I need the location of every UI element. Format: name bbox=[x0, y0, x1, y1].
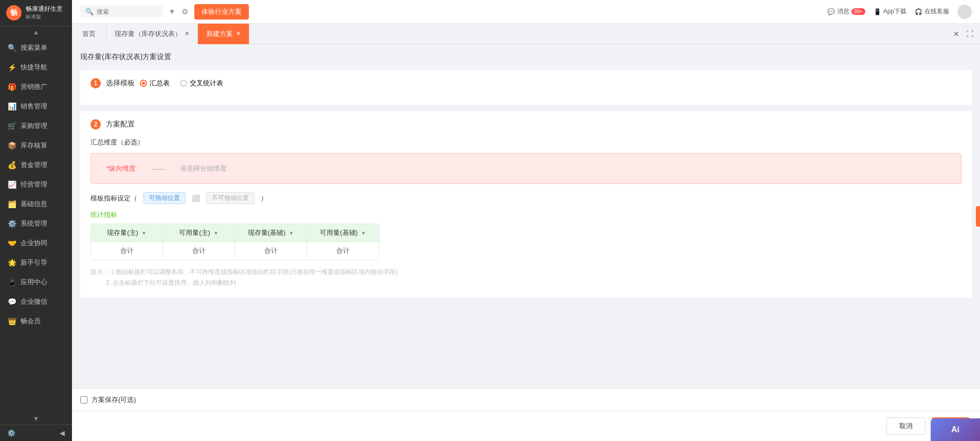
industry-btn[interactable]: 体验行业方案 bbox=[194, 4, 249, 20]
app-name: 畅康通好生意 bbox=[26, 5, 63, 13]
sidebar-item-apps[interactable]: 📱 应用中心 bbox=[0, 272, 72, 292]
sidebar-scroll-down[interactable]: ▼ bbox=[0, 413, 72, 425]
sales-icon: 📊 bbox=[7, 102, 16, 111]
search-input[interactable] bbox=[97, 8, 158, 15]
online-service-btn[interactable]: 🎧 在线客服 bbox=[915, 7, 949, 16]
inventory-icon: 📦 bbox=[7, 141, 16, 150]
window-close-btn[interactable]: ✕ bbox=[950, 28, 963, 40]
stats-col3-summary: 合计 bbox=[264, 246, 278, 255]
sidebar-item-purchase[interactable]: 🛒 采购管理 bbox=[0, 116, 72, 136]
sidebar-collapse-icon[interactable]: ◀ bbox=[60, 429, 65, 437]
non-draggable-tag: 不可拖动位置 bbox=[206, 192, 255, 204]
sidebar-item-label-coop: 企业协同 bbox=[21, 238, 47, 248]
stats-col4-data: 合计 bbox=[307, 242, 379, 260]
tab-new-scheme-close[interactable]: ✕ bbox=[236, 30, 241, 37]
summary-dimension-label: 汇总维度（必选） bbox=[90, 138, 961, 147]
stats-col4-header[interactable]: 可用量(基辅) ▼ bbox=[307, 224, 379, 242]
app-name-group: 畅康通好生意 标准版 bbox=[26, 5, 63, 21]
dimension-placeholder: 请选择分组维度 bbox=[180, 164, 227, 173]
cancel-button[interactable]: 取消 bbox=[886, 417, 925, 435]
sidebar-item-label-operations: 经营管理 bbox=[21, 180, 47, 189]
user-avatar[interactable] bbox=[957, 5, 972, 19]
stats-col3-header[interactable]: 现存量(基辅) ▼ bbox=[235, 224, 307, 242]
stats-col2-data: 合计 bbox=[163, 242, 235, 260]
stats-col3-label: 现存量(基辅) bbox=[248, 228, 286, 237]
stats-col2-header[interactable]: 可用量(主) ▼ bbox=[163, 224, 235, 242]
ai-label: Ai bbox=[951, 425, 959, 434]
tips-content-2: 2. 点击标题栏下拉可设置排序、插入列和删除列 bbox=[106, 279, 236, 286]
newbie-icon: 🌟 bbox=[7, 258, 16, 267]
main-area: 🔍 ▼ ⚙ 体验行业方案 💬 消息 99+ 📱 App下载 🎧 在线客服 bbox=[72, 0, 980, 441]
sidebar-item-newbie[interactable]: 🌟 新手引导 bbox=[0, 253, 72, 272]
online-service-label: 在线客服 bbox=[924, 7, 949, 16]
app-download-btn[interactable]: 📱 App下载 bbox=[874, 7, 906, 16]
sidebar-item-marketing[interactable]: 🎁 营销推广 bbox=[0, 77, 72, 97]
topbar: 🔍 ▼ ⚙ 体验行业方案 💬 消息 99+ 📱 App下载 🎧 在线客服 bbox=[72, 0, 980, 24]
section-config: 2 方案配置 汇总维度（必选） *纵向维度 —— 请选择分组维度 模板指标设定（… bbox=[80, 111, 972, 298]
resize-handle[interactable] bbox=[976, 206, 980, 227]
sidebar-item-finance[interactable]: 💰 资金管理 bbox=[0, 155, 72, 175]
sidebar-item-basic[interactable]: 🗂️ 基础信息 bbox=[0, 194, 72, 214]
step1-badge: 1 bbox=[90, 78, 101, 88]
sidebar-item-operations[interactable]: 📈 经营管理 bbox=[0, 175, 72, 194]
wechat-icon: 💬 bbox=[7, 297, 16, 306]
save-row: 方案保存(可选) bbox=[72, 389, 980, 411]
ai-button[interactable]: Ai bbox=[931, 418, 980, 441]
search-icon: 🔍 bbox=[7, 43, 16, 52]
search-icon: 🔍 bbox=[85, 8, 94, 15]
save-label: 方案保存(可选) bbox=[92, 395, 136, 405]
tab-inventory[interactable]: 现存量（库存状况表） ✕ bbox=[106, 24, 198, 44]
radio-summary-circle bbox=[140, 80, 147, 87]
topbar-dropdown-icon[interactable]: ▼ bbox=[169, 8, 175, 15]
tips-item-2: 2. 点击标题栏下拉可设置排序、插入列和删除列 bbox=[90, 279, 961, 287]
sidebar-item-coop[interactable]: 🤝 企业协同 bbox=[0, 233, 72, 253]
sidebar-item-inventory[interactable]: 📦 库存核算 bbox=[0, 136, 72, 155]
window-expand-btn[interactable]: ⛶ bbox=[964, 28, 976, 40]
coop-icon: 🤝 bbox=[7, 238, 16, 248]
sidebar-item-search[interactable]: 🔍 搜索菜单 bbox=[0, 38, 72, 58]
quicknav-icon: ⚡ bbox=[7, 63, 16, 72]
download-icon: 📱 bbox=[874, 8, 881, 15]
template-radio-group: 汇总表 交叉统计表 bbox=[140, 79, 223, 88]
sidebar-item-quicknav[interactable]: ⚡ 快捷导航 bbox=[0, 58, 72, 77]
topbar-settings-icon[interactable]: ⚙ bbox=[182, 7, 188, 16]
radio-cross[interactable]: 交叉统计表 bbox=[180, 79, 223, 88]
dimension-field-label: *纵向维度 bbox=[106, 164, 136, 173]
tips-item-1: 提示： 1.拖动标题栏可以调整布局，不可跨维度或指标区域拖动栏目字段(只能在同一… bbox=[90, 268, 961, 277]
step2-title: 方案配置 bbox=[106, 120, 135, 129]
save-checkbox[interactable] bbox=[80, 396, 87, 403]
sidebar-item-system[interactable]: ⚙️ 系统管理 bbox=[0, 214, 72, 233]
sidebar-nav: 🔍 搜索菜单 ⚡ 快捷导航 🎁 营销推广 📊 销售管理 🛒 采购管理 📦 库存核… bbox=[0, 38, 72, 413]
stats-col2-label: 可用量(主) bbox=[179, 228, 210, 237]
sidebar-settings-icon[interactable]: ⚙️ bbox=[7, 429, 15, 437]
tab-inventory-close[interactable]: ✕ bbox=[185, 30, 189, 37]
operations-icon: 📈 bbox=[7, 180, 16, 189]
dimension-dash: —— bbox=[151, 165, 165, 173]
stats-col1-data: 合计 bbox=[91, 242, 163, 260]
sidebar-item-label-inventory: 库存核算 bbox=[21, 141, 47, 150]
search-box[interactable]: 🔍 bbox=[80, 6, 162, 17]
tab-new-scheme[interactable]: 新建方案 ✕ bbox=[198, 24, 249, 44]
stats-table: 现存量(主) ▼ 可用量(主) ▼ 现存量(基辅) ▼ 可用量(基辅) bbox=[90, 224, 379, 260]
stats-section-label: 统计指标 bbox=[90, 210, 961, 219]
sidebar-bottom: ⚙️ ◀ bbox=[0, 425, 72, 441]
tab-home[interactable]: 首页 bbox=[72, 24, 106, 44]
sidebar-item-label-member: 畅会员 bbox=[21, 317, 41, 326]
sidebar-scroll-up[interactable]: ▲ bbox=[0, 26, 72, 38]
sidebar-item-label-basic: 基础信息 bbox=[21, 199, 47, 209]
topbar-left: 🔍 ▼ ⚙ 体验行业方案 bbox=[80, 4, 249, 20]
purchase-icon: 🛒 bbox=[7, 121, 16, 131]
message-btn[interactable]: 💬 消息 99+ bbox=[827, 7, 865, 16]
step1-title: 选择模板 bbox=[106, 79, 135, 88]
sidebar-item-member[interactable]: 👑 畅会员 bbox=[0, 311, 72, 331]
tips-label: 提示： bbox=[90, 268, 109, 275]
sidebar-item-label-search: 搜索菜单 bbox=[21, 43, 47, 52]
sidebar: 畅 畅康通好生意 标准版 ▲ 🔍 搜索菜单 ⚡ 快捷导航 🎁 营销推广 📊 销售… bbox=[0, 0, 72, 441]
sidebar-item-wechat[interactable]: 💬 企业微信 bbox=[0, 292, 72, 311]
tips-text-1: 1.拖动标题栏可以调整布局，不可跨维度或指标区域拖动栏目字段(只能在同一维度或指… bbox=[111, 268, 397, 275]
stats-col1-header[interactable]: 现存量(主) ▼ bbox=[91, 224, 163, 242]
radio-summary[interactable]: 汇总表 bbox=[140, 79, 170, 88]
message-label: 消息 bbox=[837, 7, 849, 16]
col2-chevron-icon: ▼ bbox=[213, 230, 219, 236]
sidebar-item-sales[interactable]: 📊 销售管理 bbox=[0, 97, 72, 116]
